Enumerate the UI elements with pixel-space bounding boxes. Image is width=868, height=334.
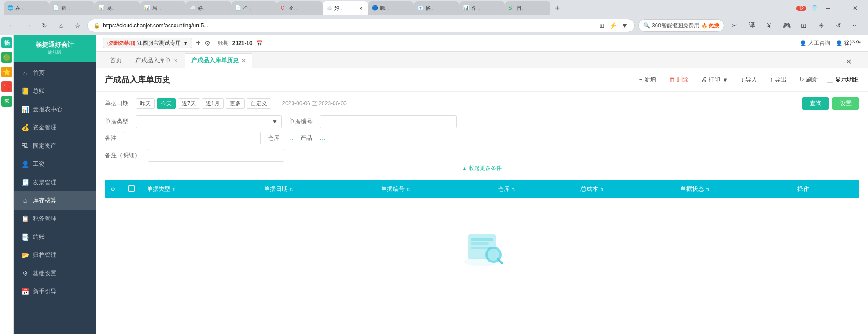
theme-icon[interactable]: ☀ (814, 19, 828, 32)
sidebar-item-funds[interactable]: 💰 资金管理 (14, 118, 96, 137)
new-tab-button[interactable]: + (550, 1, 564, 15)
home-button[interactable]: ⌂ (55, 19, 67, 32)
browser-tab-7[interactable]: C 企... (277, 1, 323, 15)
show-columns-toggle[interactable]: 显示明细 (827, 76, 859, 84)
add-button[interactable]: + 新增 (636, 74, 660, 86)
add-company-button[interactable]: + (196, 38, 201, 48)
quick-icon-red[interactable]: 🔴 (1, 81, 12, 92)
extensions-icon[interactable]: ⊞ (598, 21, 606, 30)
delete-button[interactable]: 🗑 删除 (665, 74, 692, 86)
collapse-button[interactable]: ▲ 收起更多条件 (105, 162, 859, 175)
sidebar-item-fixed-assets[interactable]: 🏗 固定资产 (14, 137, 96, 155)
browser-tab-9[interactable]: 🔵 腾... (368, 1, 414, 15)
address-bar[interactable]: 🔒 https://cloud.chanjet.com/accounting/u… (87, 19, 635, 32)
sidebar-item-payroll[interactable]: 👤 工资 (14, 155, 96, 173)
quick-icon-star[interactable]: ⭐ (1, 67, 12, 77)
page-tab-history[interactable]: 产成品入库单历史 ✕ (185, 53, 252, 68)
date-btn-yesterday[interactable]: 昨天 (136, 98, 155, 109)
date-btn-custom[interactable]: 自定义 (247, 98, 271, 109)
sidebar-item-archive[interactable]: 📂 归档管理 (14, 246, 96, 264)
browser-tab-10[interactable]: 📧 畅... (414, 1, 459, 15)
maximize-button[interactable]: □ (836, 3, 847, 14)
show-columns-checkbox[interactable] (827, 77, 833, 83)
calendar-icon[interactable]: 📅 (256, 40, 263, 46)
history-back-icon[interactable]: ↺ (832, 19, 845, 32)
voucher-no-input[interactable] (320, 115, 457, 128)
sidebar-item-invoice[interactable]: 🧾 发票管理 (14, 173, 96, 191)
date-btn-7days[interactable]: 近7天 (178, 98, 200, 109)
sidebar-item-new-period[interactable]: 📅 新手引导 (14, 283, 96, 301)
grid-icon[interactable]: ⊞ (797, 19, 811, 32)
bookmark-button[interactable]: ☆ (71, 19, 84, 32)
quick-icon-email[interactable]: ✉ (1, 96, 12, 107)
browser-tab-4[interactable]: 📊 易... (140, 1, 186, 15)
tab-close-8[interactable]: ✕ (357, 5, 365, 12)
setting-button[interactable]: 设置 (832, 97, 859, 110)
page-tab-list[interactable]: 产成品入库单 ✕ (128, 53, 185, 68)
th-voucher-date[interactable]: 单据日期 ⇅ (258, 180, 375, 198)
forward-button[interactable]: → (22, 19, 35, 32)
warehouse-dots-button[interactable]: ... (287, 134, 293, 142)
sidebar-item-inventory[interactable]: ⌂ 库存核算 (14, 191, 96, 210)
date-btn-today[interactable]: 今天 (157, 98, 176, 109)
sidebar-item-reports[interactable]: 📊 云报表中心 (14, 100, 96, 118)
page-tab-home[interactable]: 首页 (103, 53, 128, 68)
product-dots-button[interactable]: ... (319, 134, 325, 142)
scissors-icon[interactable]: ✂ (728, 19, 741, 32)
sidebar-logo[interactable]: 畅捷通好会计 旗舰版 (14, 35, 96, 62)
th-total-cost[interactable]: 总成本 ⇅ (575, 180, 675, 198)
quick-icon-green[interactable]: 🟢 (1, 52, 12, 63)
window-shirt-icon[interactable]: 👕 (809, 3, 820, 14)
sidebar-item-settlement[interactable]: 📑 结账 (14, 228, 96, 246)
currency-icon[interactable]: ¥ (762, 19, 776, 32)
company-selector[interactable]: (勿删勿禁用) 江西服宝测试专用 ▼ (103, 38, 192, 48)
lightning-icon[interactable]: ⚡ (608, 21, 618, 30)
tab-list-close[interactable]: ✕ (174, 58, 178, 64)
query-button[interactable]: 查询 (802, 97, 829, 110)
print-button[interactable]: 🖨 打印 ▼ (698, 74, 732, 86)
date-btn-1month[interactable]: 近1月 (202, 98, 224, 109)
browser-tab-12[interactable]: S 目... (505, 1, 550, 15)
browser-tab-8[interactable]: ☁️ 好... ✕ (323, 1, 368, 15)
collapse-panel-button[interactable]: ⋯ (853, 57, 861, 66)
sidebar-item-home[interactable]: ⌂ 首页 (14, 64, 96, 82)
user-avatar[interactable]: 👤 徐泽华 (836, 39, 861, 47)
browser-tab-2[interactable]: 📄 新... (49, 1, 95, 15)
browser-tab-6[interactable]: 📄 个... (231, 1, 277, 15)
note-detail-input[interactable] (148, 149, 284, 162)
select-all-checkbox[interactable] (128, 185, 135, 192)
refresh-button[interactable]: ↻ (38, 19, 51, 32)
th-gear[interactable]: ⚙ (105, 180, 123, 198)
browser-tab-3[interactable]: 📊 易... (95, 1, 140, 15)
th-warehouse[interactable]: 仓库 ⇅ (493, 180, 575, 198)
note-input[interactable] (124, 132, 261, 144)
th-voucher-no[interactable]: 单据编号 ⇅ (375, 180, 493, 198)
settings-icon[interactable]: ⋯ (849, 19, 863, 32)
th-voucher-type[interactable]: 单据类型 ⇅ (141, 180, 258, 198)
company-settings-icon[interactable]: ⚙ (205, 40, 211, 47)
refresh-page-button[interactable]: ↻ 刷新 (796, 74, 822, 86)
date-btn-more[interactable]: 更多 (226, 98, 245, 109)
sidebar-item-tax[interactable]: 📋 税务管理 (14, 210, 96, 228)
browser-tab-5[interactable]: ☁️ 好... (186, 1, 231, 15)
th-check[interactable] (123, 180, 141, 198)
sidebar-item-ledger[interactable]: 📒 总账 (14, 82, 96, 100)
back-button[interactable]: ← (5, 19, 18, 32)
voucher-type-select[interactable]: ▼ (136, 115, 282, 128)
search-box[interactable]: 🔍 360智能抠图免费用 🔥 热搜 (638, 19, 724, 32)
import-button[interactable]: ↓ 导入 (737, 74, 761, 86)
close-panel-button[interactable]: ✕ (846, 57, 852, 66)
close-button[interactable]: ✕ (850, 3, 861, 14)
translate-icon[interactable]: 译 (745, 19, 759, 32)
user-service-button[interactable]: 👤 人工咨询 (800, 39, 830, 47)
th-voucher-status[interactable]: 单据状态 ⇅ (675, 180, 792, 198)
browser-tab-11[interactable]: 📊 各... (459, 1, 505, 15)
minimize-button[interactable]: ─ (822, 3, 833, 14)
quick-icon-1[interactable]: 畅 (1, 37, 12, 48)
export-button[interactable]: ↑ 导出 (766, 74, 790, 86)
sidebar-item-settings[interactable]: ⚙ 基础设置 (14, 264, 96, 283)
game-icon[interactable]: 🎮 (780, 19, 793, 32)
dropdown-icon[interactable]: ▼ (621, 21, 629, 30)
tab-history-close[interactable]: ✕ (241, 58, 246, 64)
browser-tab-1[interactable]: 🌐 在... (4, 1, 49, 15)
